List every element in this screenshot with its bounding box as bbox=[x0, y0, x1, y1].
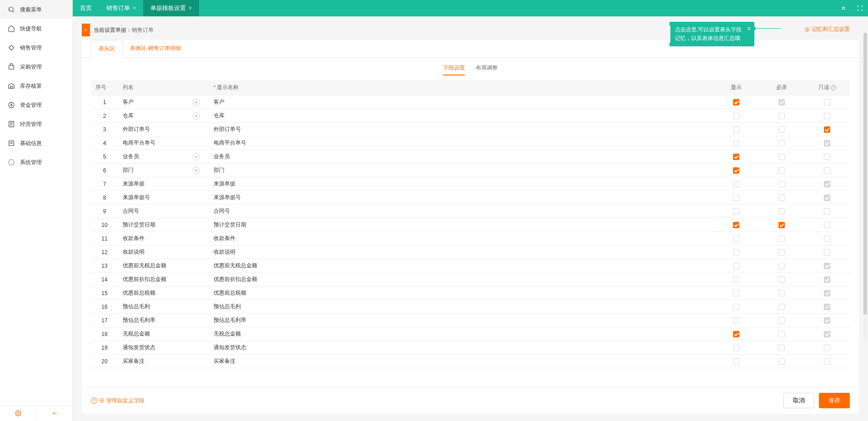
cell-dispname[interactable]: 通知发货状态 bbox=[209, 341, 713, 355]
checkbox[interactable] bbox=[733, 99, 739, 105]
add-field-button[interactable]: + bbox=[193, 167, 200, 174]
breadcrumb-toggle[interactable] bbox=[82, 24, 90, 36]
checkbox[interactable] bbox=[733, 113, 739, 119]
checkbox[interactable] bbox=[733, 154, 739, 160]
cell-dispname[interactable]: 部门 bbox=[209, 164, 713, 177]
sidebar-item-0[interactable]: 搜索菜单 bbox=[0, 0, 72, 19]
section-tab[interactable]: 表体区-销售订单明细 bbox=[123, 40, 188, 57]
checkbox[interactable] bbox=[824, 208, 830, 215]
checkbox[interactable] bbox=[733, 304, 739, 310]
checkbox[interactable] bbox=[733, 222, 739, 228]
sidebar-item-7[interactable]: 基础信息 bbox=[0, 134, 72, 153]
scrollbar-thumb[interactable] bbox=[863, 33, 867, 315]
checkbox[interactable] bbox=[733, 263, 739, 269]
cell-dispname[interactable]: 客户 bbox=[209, 95, 713, 109]
checkbox[interactable] bbox=[778, 181, 785, 187]
checkbox[interactable] bbox=[778, 126, 785, 133]
cell-dispname[interactable]: 仓库 bbox=[209, 109, 713, 123]
checkbox[interactable] bbox=[824, 222, 830, 228]
checkbox[interactable] bbox=[778, 304, 785, 310]
cell-dispname[interactable]: 来源单据号 bbox=[209, 191, 713, 205]
add-field-button[interactable]: + bbox=[193, 112, 200, 120]
checkbox[interactable] bbox=[733, 208, 739, 215]
checkbox[interactable] bbox=[778, 195, 785, 201]
checkbox[interactable] bbox=[733, 317, 739, 324]
tab-fullscreen-button[interactable] bbox=[852, 0, 868, 16]
cell-dispname[interactable]: 合同号 bbox=[209, 205, 713, 218]
checkbox[interactable] bbox=[824, 126, 830, 133]
mode-tab[interactable]: 字段设置 bbox=[443, 64, 465, 75]
checkbox[interactable] bbox=[778, 276, 785, 283]
checkbox[interactable] bbox=[733, 276, 739, 283]
checkbox[interactable] bbox=[824, 358, 830, 365]
fields-table-wrap[interactable]: 序号 列名 *显示名称 显示 必录 只读? 1客户+客户2仓库+仓库3外部订单号… bbox=[82, 80, 859, 387]
sidebar-settings-button[interactable] bbox=[0, 406, 36, 421]
memory-settings-link[interactable]: 记忆和汇总设置 bbox=[804, 25, 850, 33]
tab-close-all-button[interactable] bbox=[835, 0, 852, 16]
checkbox[interactable] bbox=[824, 167, 830, 174]
sidebar-item-2[interactable]: 销售管理 bbox=[0, 38, 72, 57]
tab[interactable]: 销售订单× bbox=[99, 0, 143, 16]
save-button[interactable]: 保存 bbox=[819, 393, 850, 408]
cell-dispname[interactable]: 无税总金额 bbox=[209, 327, 713, 341]
sidebar-collapse-button[interactable] bbox=[36, 406, 72, 421]
checkbox[interactable] bbox=[778, 263, 785, 269]
mode-tab[interactable]: 布局调整 bbox=[476, 64, 498, 75]
cell-dispname[interactable]: 收款条件 bbox=[209, 232, 713, 246]
checkbox[interactable] bbox=[733, 167, 739, 174]
sidebar-item-4[interactable]: 库存核算 bbox=[0, 76, 72, 95]
checkbox[interactable] bbox=[778, 290, 785, 296]
checkbox[interactable] bbox=[733, 358, 739, 365]
checkbox[interactable] bbox=[824, 113, 830, 119]
cell-dispname[interactable]: 优惠前折扣总金额 bbox=[209, 273, 713, 286]
checkbox[interactable] bbox=[824, 236, 830, 242]
add-field-button[interactable]: + bbox=[193, 99, 200, 106]
checkbox[interactable] bbox=[733, 345, 739, 351]
manage-custom-fields-link[interactable]: ? 管理自定义字段 bbox=[91, 397, 145, 405]
cell-dispname[interactable]: 预计交货日期 bbox=[209, 218, 713, 232]
cell-dispname[interactable]: 预估总毛利 bbox=[209, 300, 713, 314]
checkbox[interactable] bbox=[733, 195, 739, 201]
checkbox[interactable] bbox=[733, 249, 739, 256]
checkbox[interactable] bbox=[778, 154, 785, 160]
checkbox[interactable] bbox=[824, 154, 830, 160]
checkbox[interactable] bbox=[778, 317, 785, 324]
checkbox[interactable] bbox=[733, 331, 739, 337]
checkbox[interactable] bbox=[733, 126, 739, 133]
checkbox[interactable] bbox=[824, 345, 830, 351]
sidebar-item-3[interactable]: 采购管理 bbox=[0, 57, 72, 76]
checkbox[interactable] bbox=[824, 99, 830, 105]
sidebar-item-5[interactable]: 资金管理 bbox=[0, 95, 72, 115]
tab[interactable]: 单据模板设置× bbox=[143, 0, 199, 16]
checkbox[interactable] bbox=[733, 140, 739, 146]
cell-dispname[interactable]: 优惠前总税额 bbox=[209, 286, 713, 300]
checkbox[interactable] bbox=[824, 249, 830, 256]
add-field-button[interactable]: + bbox=[193, 153, 200, 160]
help-icon[interactable]: ? bbox=[831, 85, 836, 90]
checkbox[interactable] bbox=[778, 113, 785, 119]
section-tab[interactable]: 表头区 bbox=[91, 40, 123, 58]
checkbox[interactable] bbox=[733, 236, 739, 242]
checkbox[interactable] bbox=[778, 331, 785, 337]
cell-dispname[interactable]: 买家备注 bbox=[209, 355, 713, 368]
sidebar-item-6[interactable]: 经营管理 bbox=[0, 115, 72, 134]
tooltip-close-button[interactable]: × bbox=[747, 24, 751, 34]
checkbox[interactable] bbox=[778, 222, 785, 228]
cancel-button[interactable]: 取消 bbox=[783, 393, 814, 408]
checkbox[interactable] bbox=[778, 167, 785, 174]
checkbox[interactable] bbox=[778, 249, 785, 256]
checkbox[interactable] bbox=[778, 140, 785, 146]
cell-dispname[interactable]: 优惠前无税总金额 bbox=[209, 259, 713, 273]
checkbox[interactable] bbox=[778, 236, 785, 242]
cell-dispname[interactable]: 电商平台单号 bbox=[209, 136, 713, 150]
tab-close-icon[interactable]: × bbox=[189, 5, 192, 11]
checkbox[interactable] bbox=[778, 358, 785, 365]
cell-dispname[interactable]: 外部订单号 bbox=[209, 123, 713, 136]
tab-close-icon[interactable]: × bbox=[133, 5, 136, 11]
checkbox[interactable] bbox=[778, 345, 785, 351]
cell-dispname[interactable]: 预估总毛利率 bbox=[209, 314, 713, 327]
cell-dispname[interactable]: 收款说明 bbox=[209, 246, 713, 259]
checkbox[interactable] bbox=[733, 290, 739, 296]
cell-dispname[interactable]: 来源单据 bbox=[209, 177, 713, 191]
sidebar-item-1[interactable]: 快捷导航 bbox=[0, 19, 72, 38]
